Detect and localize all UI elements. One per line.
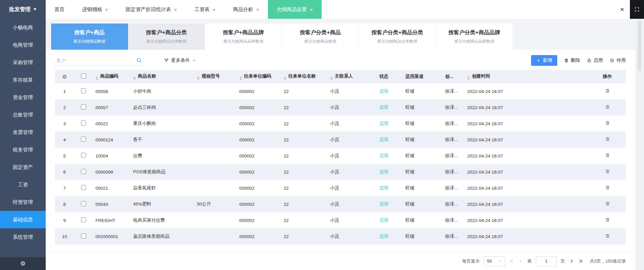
- scrollbar-thumb[interactable]: [638, 21, 641, 71]
- sidebar-item[interactable]: 工资: [0, 176, 46, 193]
- sidebar-item[interactable]: 小畅电商: [0, 19, 46, 36]
- delete-row-button[interactable]: [605, 201, 610, 206]
- scrollbar[interactable]: [635, 19, 644, 270]
- prev-page-button[interactable]: [518, 259, 523, 264]
- next-page-button[interactable]: [569, 259, 574, 264]
- tab-label: 允销商品设置: [277, 6, 307, 13]
- tab-close-icon[interactable]: ×: [310, 7, 313, 12]
- view-tab[interactable]: 按客户分类+商品品牌展示允销商品品牌数据: [436, 24, 513, 50]
- view-tab[interactable]: 按客户分类+商品分类展示允销商品分类数据: [359, 24, 436, 50]
- tab[interactable]: 进销稽核×: [73, 0, 117, 19]
- sidebar-item[interactable]: 采购管理: [0, 54, 46, 71]
- view-tab-subtitle: 展示允销商品品牌数据: [223, 39, 264, 44]
- view-tab[interactable]: 按客户+商品品牌展示允销商品品牌数据: [205, 24, 282, 50]
- gear-icon[interactable]: ⚙: [62, 74, 67, 80]
- row-checkbox[interactable]: [81, 88, 86, 93]
- column-header[interactable]: 主联系人: [327, 70, 365, 83]
- delete-row-button[interactable]: [605, 137, 610, 142]
- column-header[interactable]: 往来单位编码: [237, 70, 281, 83]
- tab[interactable]: 商品分析×: [224, 0, 268, 19]
- row-checkbox[interactable]: [81, 121, 86, 126]
- delete-row-button[interactable]: [605, 233, 610, 238]
- sort-icon[interactable]: [133, 77, 136, 80]
- sidebar-item[interactable]: 固定资产: [0, 159, 46, 176]
- sort-icon[interactable]: [330, 77, 333, 80]
- view-tab[interactable]: 按客户分类+商品展示允销商品数据: [282, 24, 359, 50]
- delete-row-button[interactable]: [605, 88, 610, 93]
- row-checkbox[interactable]: [81, 185, 86, 190]
- cell-created-time: 2022-04-24 16:07: [465, 148, 589, 164]
- search-icon[interactable]: [136, 57, 142, 63]
- sidebar-item[interactable]: 税务管理: [0, 141, 46, 159]
- view-tab[interactable]: 按客户+商品分类展示允销商品分类数据: [128, 24, 205, 50]
- select-all-checkbox[interactable]: [81, 74, 86, 79]
- sort-icon[interactable]: [197, 77, 200, 80]
- row-checkbox[interactable]: [81, 104, 86, 109]
- search-input[interactable]: [56, 58, 134, 63]
- delete-row-button[interactable]: [605, 169, 610, 174]
- workspace-label: 批发管理: [9, 6, 31, 13]
- sidebar-item[interactable]: 经营管理: [0, 193, 46, 211]
- delete-row-button[interactable]: [605, 104, 610, 109]
- tab-close-icon[interactable]: ×: [256, 7, 259, 12]
- sidebar-settings-button[interactable]: ⚙: [0, 257, 46, 270]
- fullscreen-button[interactable]: [630, 0, 644, 19]
- sort-icon[interactable]: [467, 77, 470, 80]
- column-header[interactable]: 商品编码: [93, 70, 130, 83]
- delete-row-button[interactable]: [605, 121, 610, 126]
- tab-close-icon[interactable]: ×: [174, 7, 177, 12]
- chevron-right-icon: [569, 259, 574, 264]
- close-all-button[interactable]: ×: [614, 0, 630, 19]
- cell-action: [589, 164, 626, 180]
- row-checkbox[interactable]: [81, 153, 86, 158]
- tab-close-icon[interactable]: ×: [105, 7, 108, 12]
- view-tab[interactable]: 按客户+商品展示允销商品数据: [51, 24, 128, 50]
- cell-unit-code: 000002: [237, 196, 281, 212]
- per-page-select[interactable]: 50: [484, 256, 505, 266]
- row-checkbox-cell: [74, 164, 93, 180]
- column-header[interactable]: 规格型号: [194, 70, 237, 83]
- column-header[interactable]: 商品名称: [130, 70, 194, 83]
- delete-row-button[interactable]: [605, 217, 610, 222]
- tab[interactable]: 允销商品设置×: [268, 0, 322, 19]
- column-header[interactable]: 创建时间: [465, 70, 589, 83]
- first-page-button[interactable]: [509, 259, 514, 264]
- row-index: 2: [55, 99, 74, 116]
- tab[interactable]: 工资表×: [186, 0, 225, 19]
- tab[interactable]: 首页: [46, 0, 73, 19]
- sidebar-item[interactable]: 资金管理: [0, 89, 46, 106]
- tab[interactable]: 固定资产折旧统计表×: [117, 0, 186, 19]
- content-panel: 更多条件 新增 删除 启用: [46, 50, 635, 270]
- sidebar-item[interactable]: 库存核算: [0, 71, 46, 89]
- cell-unit-code: 000002: [237, 132, 281, 148]
- disable-button[interactable]: 停用: [610, 57, 626, 63]
- column-header[interactable]: 往来单位名称: [281, 70, 327, 83]
- sort-icon[interactable]: [95, 77, 98, 80]
- row-checkbox[interactable]: [81, 217, 86, 222]
- more-filters-button[interactable]: 更多条件: [164, 57, 196, 63]
- sort-icon[interactable]: [284, 77, 286, 80]
- row-checkbox[interactable]: [81, 233, 86, 238]
- delete-row-button[interactable]: [605, 153, 610, 158]
- sort-icon[interactable]: [239, 77, 242, 80]
- delete-button[interactable]: 删除: [564, 57, 580, 63]
- delete-row-button[interactable]: [605, 185, 610, 190]
- sidebar-item[interactable]: 电商管理: [0, 36, 46, 54]
- sidebar-item[interactable]: 基础信息: [0, 211, 46, 228]
- row-checkbox[interactable]: [81, 169, 86, 174]
- tab-close-icon[interactable]: ×: [213, 7, 216, 12]
- column-label: 往来单位名称: [288, 74, 316, 79]
- row-checkbox[interactable]: [81, 201, 86, 206]
- cell-action: [589, 116, 626, 132]
- workspace-switcher[interactable]: 批发管理: [0, 0, 46, 19]
- sidebar-item[interactable]: 系统管理: [0, 228, 46, 246]
- last-page-button[interactable]: [578, 259, 583, 264]
- page-input[interactable]: [536, 256, 557, 266]
- sidebar-item[interactable]: 总账管理: [0, 106, 46, 124]
- row-checkbox[interactable]: [81, 137, 86, 142]
- sidebar-item[interactable]: 发票管理: [0, 124, 46, 141]
- cell-creator: 徐泽...: [442, 148, 465, 164]
- add-button[interactable]: 新增: [531, 55, 557, 66]
- cell-spec: [194, 164, 237, 180]
- enable-button[interactable]: 启用: [587, 57, 603, 63]
